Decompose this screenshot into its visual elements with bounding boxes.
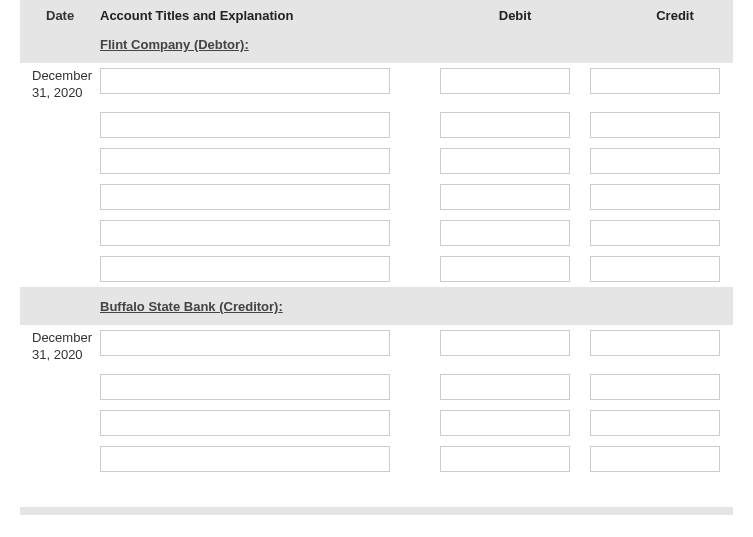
header-credit: Credit — [570, 8, 720, 23]
bottom-section-bar — [20, 507, 733, 515]
section-header-creditor: Buffalo State Bank (Creditor): — [20, 287, 733, 325]
journal-entry-table: Date Account Titles and Explanation Debi… — [20, 0, 733, 515]
debit-input[interactable] — [440, 148, 570, 174]
entry-row — [20, 179, 733, 215]
credit-input[interactable] — [590, 112, 720, 138]
account-input[interactable] — [100, 410, 390, 436]
date-text: December 31, 2020 — [32, 68, 100, 102]
entry-row: December 31, 2020 — [20, 63, 733, 107]
entry-row — [20, 441, 733, 477]
account-input[interactable] — [100, 68, 390, 94]
credit-input[interactable] — [590, 148, 720, 174]
account-input[interactable] — [100, 374, 390, 400]
account-input[interactable] — [100, 256, 390, 282]
entry-row — [20, 215, 733, 251]
credit-input[interactable] — [590, 68, 720, 94]
section-title-creditor: Buffalo State Bank (Creditor): — [100, 299, 283, 314]
date-cell: December 31, 2020 — [20, 68, 100, 102]
header-debit: Debit — [420, 8, 570, 23]
debit-input[interactable] — [440, 256, 570, 282]
account-input[interactable] — [100, 184, 390, 210]
debit-input[interactable] — [440, 112, 570, 138]
credit-input[interactable] — [590, 410, 720, 436]
debit-input[interactable] — [440, 410, 570, 436]
entry-row — [20, 251, 733, 287]
date-text: December 31, 2020 — [32, 330, 100, 364]
header-account: Account Titles and Explanation — [100, 8, 420, 23]
account-input[interactable] — [100, 330, 390, 356]
date-cell: December 31, 2020 — [20, 330, 100, 364]
column-headers: Date Account Titles and Explanation Debi… — [20, 0, 733, 29]
debit-input[interactable] — [440, 330, 570, 356]
entry-row — [20, 369, 733, 405]
credit-input[interactable] — [590, 446, 720, 472]
account-input[interactable] — [100, 220, 390, 246]
credit-input[interactable] — [590, 184, 720, 210]
debit-input[interactable] — [440, 220, 570, 246]
debit-input[interactable] — [440, 68, 570, 94]
account-input[interactable] — [100, 112, 390, 138]
header-date: Date — [20, 8, 100, 23]
credit-input[interactable] — [590, 256, 720, 282]
entry-row — [20, 107, 733, 143]
section-header-debtor: Flint Company (Debtor): — [20, 29, 733, 63]
account-input[interactable] — [100, 148, 390, 174]
credit-input[interactable] — [590, 330, 720, 356]
entry-row — [20, 405, 733, 441]
account-input[interactable] — [100, 446, 390, 472]
entry-row: December 31, 2020 — [20, 325, 733, 369]
entry-row — [20, 143, 733, 179]
credit-input[interactable] — [590, 220, 720, 246]
credit-input[interactable] — [590, 374, 720, 400]
debit-input[interactable] — [440, 184, 570, 210]
section-title-debtor: Flint Company (Debtor): — [100, 37, 249, 52]
debit-input[interactable] — [440, 374, 570, 400]
debit-input[interactable] — [440, 446, 570, 472]
